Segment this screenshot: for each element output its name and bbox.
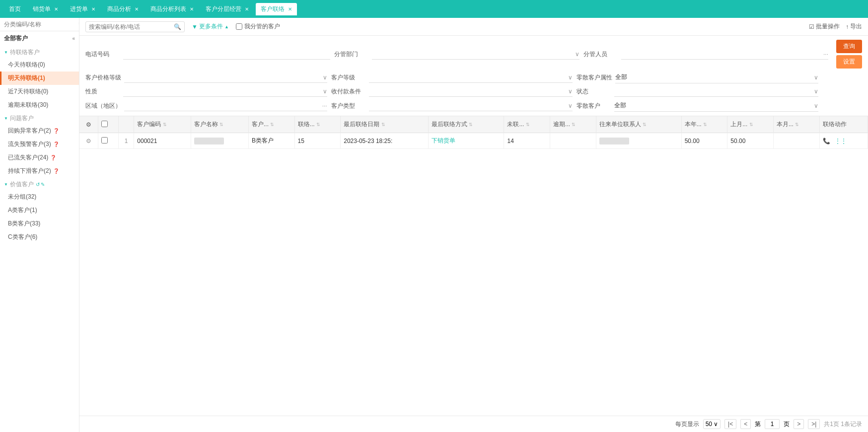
price-level-select[interactable]: ∨ — [124, 72, 327, 83]
first-page-btn[interactable]: |< — [724, 419, 736, 429]
phone-input[interactable] — [123, 49, 330, 60]
nav-product-analysis[interactable]: 商品分析 ✕ — [102, 3, 144, 15]
action-contact-icon[interactable]: 📞 — [823, 138, 830, 144]
nav-product-analysis-list[interactable]: 商品分析列表 ✕ — [145, 3, 199, 15]
page-input[interactable] — [765, 419, 780, 429]
prev-page-btn[interactable]: < — [740, 419, 751, 429]
sort-icon-this-month: ⇅ — [795, 122, 799, 127]
th-this-year[interactable]: 本年... ⇅ — [681, 116, 727, 133]
search-input[interactable] — [89, 23, 174, 30]
next-page-btn[interactable]: > — [794, 419, 804, 429]
row-contact-person — [596, 133, 681, 149]
th-gear[interactable]: ⚙ — [79, 116, 98, 133]
search-icon[interactable]: 🔍 — [174, 23, 181, 30]
region-dots-icon[interactable]: ··· — [322, 102, 327, 109]
th-name[interactable]: 客户名称 ⇅ — [191, 116, 249, 133]
query-button[interactable]: 查询 — [836, 40, 862, 53]
nav-close-customer-contact[interactable]: ✕ — [288, 6, 292, 12]
filter-action-buttons: 查询 设置 — [836, 40, 862, 69]
refresh-icon[interactable]: ↺ — [36, 182, 40, 187]
customer-level-select[interactable]: ∨ — [369, 72, 573, 83]
th-last-month[interactable]: 上月... ⇅ — [727, 116, 774, 133]
last-contact-link[interactable]: 下销货单 — [432, 137, 455, 144]
action-more-icon[interactable]: ⋮⋮ — [835, 138, 847, 144]
sidebar-item-overdue-contact[interactable]: 逾期未联络(30) — [0, 98, 79, 112]
sidebar-item-churned[interactable]: 已流失客户(24) ❓ — [0, 151, 79, 164]
th-last-contact-date[interactable]: 最后联络日期 ⇅ — [341, 116, 428, 133]
sidebar-item-7days-contact[interactable]: 近7天待联络(0) — [0, 85, 79, 98]
th-code[interactable]: 客户编码 ⇅ — [134, 116, 191, 133]
nav-customer-contact[interactable]: 客户联络 ✕ — [256, 3, 297, 15]
nav-home[interactable]: 首页 — [4, 3, 26, 15]
nav-customer-tier[interactable]: 客户分层经营 ✕ — [201, 3, 254, 15]
help-icon-0[interactable]: ❓ — [53, 128, 59, 134]
retail-attr-select[interactable]: 全部 ∨ — [615, 72, 818, 83]
sidebar-search-input[interactable] — [4, 21, 78, 28]
nav-close-product-analysis-list[interactable]: ✕ — [190, 6, 194, 12]
batch-operation-btn[interactable]: ☑ 批量操作 — [809, 22, 840, 31]
sidebar-group-problem-customers: 问题客户 — [0, 112, 79, 124]
retail-customer-arrow-icon: ∨ — [814, 102, 818, 109]
row-last-contact-method[interactable]: 下销货单 — [428, 133, 504, 149]
help-icon-3[interactable]: ❓ — [53, 168, 59, 174]
region-input[interactable]: ··· — [124, 101, 327, 111]
setting-button[interactable]: 设置 — [836, 55, 862, 69]
retail-customer-select[interactable]: 全部 ∨ — [614, 100, 818, 112]
sort-icon-contact: ⇅ — [316, 122, 320, 127]
th-last-contact-method[interactable]: 最后联络方式 ⇅ — [428, 116, 504, 133]
sidebar-item-class-c[interactable]: C类客户(6) — [0, 230, 79, 244]
last-page-btn[interactable]: >| — [808, 419, 820, 429]
sidebar-item-repurchase-abnormal[interactable]: 回购异常客户(2) ❓ — [0, 124, 79, 138]
content-area: 🔍 ▼ 更多条件 ▲ 我分管的客户 ☑ 批量操作 ↑ 导出 — [79, 18, 868, 432]
nav-close-sales-order[interactable]: ✕ — [54, 6, 58, 12]
person-dots-icon[interactable]: ··· — [823, 51, 828, 58]
customer-type-select[interactable]: ∨ — [369, 101, 573, 111]
sidebar-item-class-b[interactable]: B类客户(33) — [0, 217, 79, 230]
nav-purchase-order[interactable]: 进货单 ✕ — [65, 3, 100, 15]
main-layout: 🔍 全部客户 « 待联络客户 今天待联络(0) 明天待联络(1) 近7天待联络(… — [0, 18, 868, 432]
payment-terms-select[interactable]: ∨ — [369, 86, 573, 97]
status-select[interactable]: ∨ — [614, 86, 818, 97]
edit-icon[interactable]: ✎ — [41, 182, 45, 187]
search-box[interactable]: 🔍 — [85, 21, 185, 32]
filter-phone: 电话号码 — [85, 49, 330, 60]
sidebar-item-tomorrow-contact[interactable]: 明天待联络(1) — [0, 72, 79, 85]
nav-close-customer-tier[interactable]: ✕ — [245, 6, 249, 12]
nav-close-product-analysis[interactable]: ✕ — [135, 6, 139, 12]
th-contact-person[interactable]: 往来单位联系人 ⇅ — [596, 116, 681, 133]
help-icon-2[interactable]: ❓ — [50, 155, 56, 160]
right-actions: ☑ 批量操作 ↑ 导出 — [809, 22, 862, 31]
record-count: 共1页 1条记录 — [824, 420, 862, 429]
th-customer-type[interactable]: 客户... ⇅ — [248, 116, 294, 133]
sidebar-all-customers[interactable]: 全部客户 « — [0, 31, 79, 46]
nature-select[interactable]: ∨ — [123, 86, 327, 97]
sidebar-item-churn-warning[interactable]: 流失预警客户(3) ❓ — [0, 138, 79, 151]
export-btn[interactable]: ↑ 导出 — [846, 22, 862, 31]
sidebar-item-today-contact[interactable]: 今天待联络(0) — [0, 58, 79, 72]
sidebar-item-class-a[interactable]: A类客户(1) — [0, 204, 79, 217]
help-icon-1[interactable]: ❓ — [53, 142, 59, 147]
th-overdue[interactable]: 逾期... ⇅ — [550, 116, 596, 133]
person-input[interactable]: ··· — [621, 49, 828, 60]
sort-icon-last-method: ⇅ — [469, 122, 473, 127]
row-this-year: 50.00 — [681, 133, 727, 149]
sidebar-item-declining[interactable]: 持续下滑客户(2) ❓ — [0, 164, 79, 178]
page-size-select[interactable]: 50 ∨ — [703, 419, 721, 429]
row-last-contact-date: 2023-05-23 18:25: — [341, 133, 428, 149]
th-contact[interactable]: 联络... ⇅ — [294, 116, 341, 133]
nav-sales-order[interactable]: 销货单 ✕ — [28, 3, 63, 15]
th-this-month[interactable]: 本月... ⇅ — [773, 116, 819, 133]
sidebar-item-ungrouped[interactable]: 未分组(32) — [0, 190, 79, 204]
select-all-checkbox[interactable] — [101, 121, 108, 127]
dept-select[interactable]: ∨ — [372, 49, 579, 60]
row-select-checkbox[interactable] — [101, 137, 108, 144]
more-conditions-btn[interactable]: ▼ 更多条件 ▲ — [189, 21, 232, 32]
row-index: 1 — [119, 133, 134, 149]
my-customers-checkbox[interactable] — [236, 23, 242, 30]
export-icon: ↑ — [846, 23, 849, 30]
page-size-label: 每页显示 — [675, 420, 699, 429]
nav-close-purchase-order[interactable]: ✕ — [91, 6, 95, 12]
th-uncontacted[interactable]: 未联... ⇅ — [504, 116, 550, 133]
row-gear[interactable]: ⚙ — [79, 133, 98, 149]
advanced-filters: 电话号码 分管部门 ∨ 分管人员 ··· — [79, 36, 868, 116]
